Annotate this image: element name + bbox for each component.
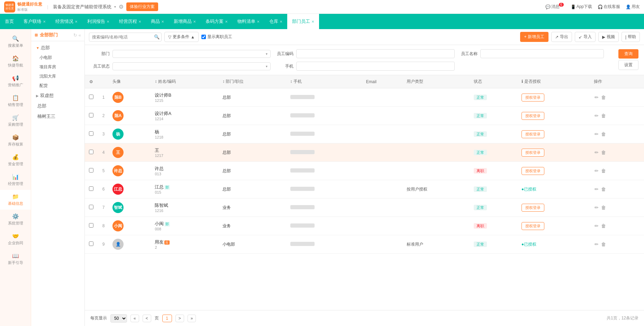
edit-icon[interactable]: ✏ [595, 186, 599, 192]
dept-sub-project[interactable]: 项目库房 [31, 62, 84, 72]
nav-tab-条码方案[interactable]: 条码方案✕ [201, 14, 233, 29]
edit-icon[interactable]: ✏ [595, 168, 599, 174]
message-button[interactable]: 💬 消息 6 [545, 4, 565, 10]
dept-item-zb2[interactable]: 总部 [31, 101, 84, 111]
import-button[interactable]: ↙ 导入 [575, 32, 596, 42]
reset-button[interactable]: 设置 [618, 60, 638, 70]
edit-icon[interactable]: ✏ [595, 150, 599, 155]
row-checkbox[interactable] [89, 150, 93, 154]
auth-button[interactable]: 授权登录 [521, 94, 544, 102]
dept-sub-peihuo[interactable]: 配货 [31, 81, 84, 90]
nav-tab-仓库[interactable]: 仓库✕ [264, 14, 287, 29]
sidebar-item-purchase[interactable]: 🛒采购管理 [0, 111, 31, 131]
sidebar-item-quicknav[interactable]: 🏠快捷导航 [0, 52, 31, 71]
last-page-button[interactable]: » [188, 315, 196, 322]
dept-item-zongbu[interactable]: ▼ 总部 [31, 43, 84, 53]
dept-item-shuang[interactable]: ▶ 双虚想 [31, 90, 84, 101]
row-checkbox[interactable] [89, 95, 93, 99]
collapse-dept-icon[interactable]: « [79, 33, 81, 38]
dept-sub-xiaodian[interactable]: 小电部 [31, 53, 84, 62]
search-icon[interactable]: 🔍 [154, 34, 160, 39]
nav-tab-经营历程[interactable]: 经营历程✕ [114, 14, 146, 29]
emp-name-input[interactable] [480, 49, 604, 58]
sidebar-item-search[interactable]: 🔍搜索菜单 [0, 32, 31, 52]
sidebar-item-system[interactable]: ⚙️系统管理 [0, 210, 31, 229]
nav-tab-新增商品[interactable]: 新增商品✕ [169, 14, 201, 29]
sidebar-item-finance[interactable]: 💰资金管理 [0, 150, 31, 170]
delete-icon[interactable]: 🗑 [601, 131, 606, 137]
delete-icon[interactable]: 🗑 [601, 150, 606, 155]
nav-tab-客户联络[interactable]: 客户联络✕ [19, 14, 51, 29]
delete-icon[interactable]: 🗑 [601, 95, 606, 100]
sidebar-item-guide[interactable]: 📖新手引导 [0, 249, 31, 269]
prev-page-button[interactable]: < [143, 315, 151, 322]
auth-button[interactable]: 授权登录 [521, 204, 544, 212]
auth-button[interactable]: 授权登录 [521, 112, 544, 120]
system-title-chevron[interactable]: ▾ [114, 5, 116, 9]
col-name[interactable]: ↕ 姓名/编码 [152, 75, 220, 88]
row-checkbox[interactable] [89, 113, 93, 117]
view-button[interactable]: ▶ 视频 [598, 32, 619, 42]
app-download-button[interactable]: 📱 App下载 [571, 4, 592, 10]
phone-input[interactable] [296, 62, 454, 71]
edit-icon[interactable]: ✏ [595, 241, 599, 247]
delete-icon[interactable]: 🗑 [601, 241, 606, 247]
settings-icon[interactable]: ⚙ [119, 3, 124, 10]
row-checkbox[interactable] [89, 223, 93, 228]
next-page-button[interactable]: > [175, 315, 184, 322]
auth-button[interactable]: 授权登录 [521, 130, 544, 138]
help-button[interactable]: | 帮助 [622, 32, 640, 42]
show-resigned-checkbox[interactable]: 显示离职员工 [201, 34, 232, 40]
dept-select[interactable]: ▾ [112, 50, 271, 58]
row-checkbox[interactable] [89, 205, 93, 209]
delete-icon[interactable]: 🗑 [601, 113, 606, 118]
edit-icon[interactable]: ✏ [595, 205, 599, 210]
edit-icon[interactable]: ✏ [595, 131, 599, 137]
row-checkbox[interactable] [89, 241, 93, 246]
nav-tab-商品[interactable]: 商品✕ [146, 14, 169, 29]
user-menu[interactable]: 👤 用友 [626, 4, 640, 10]
row-phone [288, 88, 363, 107]
row-checkbox[interactable] [89, 131, 93, 136]
col-dept[interactable]: ↕ 部门/职位 [220, 75, 288, 88]
row-checkbox[interactable] [89, 186, 93, 191]
add-employee-button[interactable]: + 新增员工 [520, 32, 548, 42]
nav-tab-物料清单[interactable]: 物料清单✕ [233, 14, 264, 29]
nav-tab-经营情况[interactable]: 经营情况✕ [51, 14, 82, 29]
col-settings[interactable]: ⚙ [85, 75, 97, 88]
trial-button[interactable]: 体验行业方案 [126, 2, 158, 11]
sidebar-item-basic[interactable]: 📁基础信息 [0, 190, 31, 210]
auth-button[interactable]: 授权登录 [521, 222, 544, 230]
delete-icon[interactable]: 🗑 [601, 168, 606, 174]
nav-tab-部门员工[interactable]: 部门员工✕ [287, 14, 319, 29]
per-page-select[interactable]: 50 [110, 314, 127, 323]
edit-icon[interactable]: ✏ [595, 95, 599, 100]
dept-sub-shenyang[interactable]: 沈阳大库 [31, 72, 84, 81]
sidebar-item-sales[interactable]: 📋销售管理 [0, 91, 31, 111]
delete-icon[interactable]: 🗑 [601, 186, 606, 192]
query-button[interactable]: 查询 [618, 49, 638, 59]
search-input[interactable] [89, 33, 162, 42]
emp-status-select[interactable]: ▾ [112, 62, 271, 70]
auth-button[interactable]: 授权登录 [521, 149, 544, 157]
online-service-button[interactable]: 🎧 在线客服 [598, 4, 620, 10]
edit-icon[interactable]: ✏ [595, 223, 599, 229]
col-phone[interactable]: ↕ 手机 [288, 75, 363, 88]
sidebar-item-marketing[interactable]: 📢营销推广 [0, 71, 31, 91]
nav-tab-首页[interactable]: 首页 [0, 14, 19, 29]
auth-button[interactable]: 授权登录 [521, 167, 544, 175]
edit-icon[interactable]: ✏ [595, 113, 599, 118]
sidebar-item-inventory[interactable]: 📦库存核算 [0, 131, 31, 150]
nav-tab-利润报告[interactable]: 利润报告✕ [82, 14, 114, 29]
more-filter-button[interactable]: ▽ 更多条件 ▲ [164, 32, 199, 42]
sidebar-item-operation[interactable]: 📊经营管理 [0, 170, 31, 190]
delete-icon[interactable]: 🗑 [601, 205, 606, 210]
refresh-dept-icon[interactable]: ↻ [73, 33, 77, 38]
dept-item-buxiao[interactable]: 楠树王三 [31, 111, 84, 122]
emp-code-input[interactable] [296, 49, 454, 58]
first-page-button[interactable]: « [130, 315, 139, 322]
export-button[interactable]: ↗ 导出 [551, 32, 572, 42]
row-checkbox[interactable] [89, 168, 93, 173]
delete-icon[interactable]: 🗑 [601, 223, 606, 229]
sidebar-item-corp[interactable]: 🤝企业协同 [0, 229, 31, 249]
